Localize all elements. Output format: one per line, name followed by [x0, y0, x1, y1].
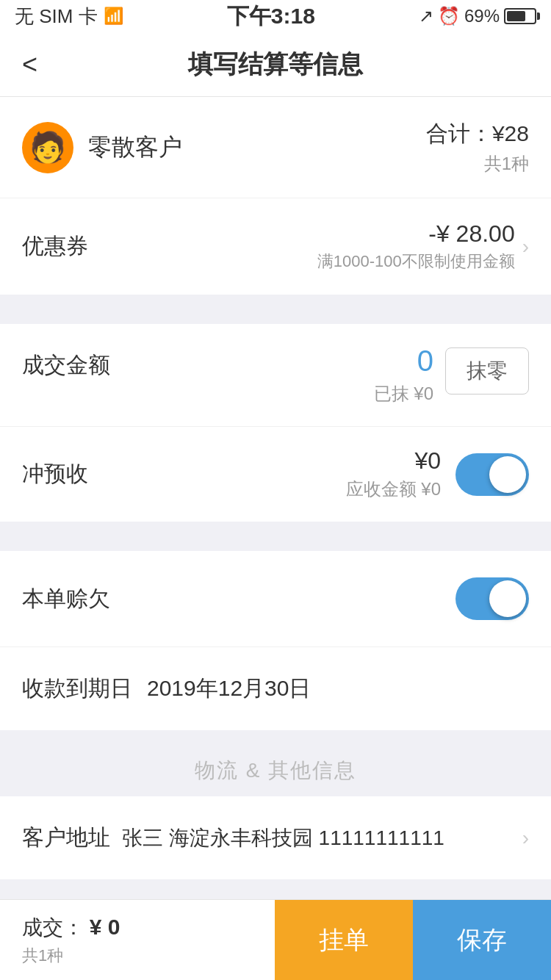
divider-2: [0, 536, 551, 551]
customer-right: 合计：¥28 共1种: [426, 119, 529, 176]
address-row[interactable]: 客户地址 张三 海淀永丰科技园 11111111111 ›: [0, 796, 551, 879]
back-button[interactable]: <: [22, 49, 37, 80]
status-bar: 无 SIM 卡 📶 下午3:18 ↗ ⏰ 69%: [0, 0, 551, 32]
avatar-icon: 🧑: [29, 130, 66, 165]
debt-row: 本单赊欠: [0, 551, 551, 646]
avatar: 🧑: [22, 122, 73, 173]
carrier-text: 无 SIM 卡: [15, 4, 98, 29]
round-button[interactable]: 抹零: [445, 347, 529, 394]
coupon-right: -¥ 28.00 满1000-100不限制使用金额 ›: [317, 220, 529, 273]
advance-row: 冲预收 ¥0 应收金额 ¥0: [0, 426, 551, 522]
logistics-label: 物流 & 其他信息: [195, 757, 356, 785]
transaction-value-group: 0 已抹 ¥0: [374, 345, 433, 406]
customer-left: 🧑 零散客户: [22, 122, 182, 173]
customer-count: 共1种: [426, 152, 529, 176]
coupon-row[interactable]: 优惠券 -¥ 28.00 满1000-100不限制使用金额 ›: [0, 198, 551, 295]
coupon-label: 优惠券: [22, 231, 88, 262]
bottom-deal-row: 成交： ¥ 0: [22, 914, 253, 942]
main-content: 🧑 零散客户 合计：¥28 共1种 优惠券 -¥ 28.00 满1000-100…: [0, 97, 551, 980]
bottom-info: 成交： ¥ 0 共1种: [0, 914, 275, 967]
transaction-sub: 已抹 ¥0: [374, 382, 433, 406]
customer-section: 🧑 零散客户 合计：¥28 共1种 优惠券 -¥ 28.00 满1000-100…: [0, 97, 551, 295]
due-date-label: 收款到期日: [22, 674, 132, 704]
transaction-section: 成交金额 0 已抹 ¥0 抹零 冲预收 ¥0 应收金额 ¥0: [0, 324, 551, 522]
advance-amount: ¥0: [346, 447, 441, 475]
advance-right: ¥0 应收金额 ¥0: [346, 447, 529, 501]
debt-label: 本单赊欠: [22, 584, 110, 614]
battery-percent: 69%: [464, 6, 500, 26]
coupon-discount: -¥ 28.00: [317, 220, 515, 248]
bottom-deal-amount: ¥ 0: [90, 915, 120, 939]
status-right: ↗ ⏰ 69%: [419, 6, 536, 26]
toggle-knob: [489, 456, 526, 493]
coupon-chevron-icon: ›: [522, 235, 529, 259]
alarm-icon: ⏰: [438, 6, 460, 26]
debt-section: 本单赊欠 收款到期日 2019年12月30日: [0, 551, 551, 730]
logistics-divider: 物流 & 其他信息: [0, 745, 551, 796]
page-title: 填写结算等信息: [188, 48, 363, 82]
status-left: 无 SIM 卡 📶: [15, 4, 123, 29]
transaction-value: 0: [374, 345, 433, 378]
wifi-icon: 📶: [104, 7, 123, 26]
save-button[interactable]: 保存: [413, 900, 551, 981]
address-section: 客户地址 张三 海淀永丰科技园 11111111111 ›: [0, 796, 551, 879]
due-date-value: 2019年12月30日: [147, 674, 311, 704]
address-value: 张三 海淀永丰科技园 11111111111: [110, 824, 522, 852]
bottom-deal-label: 成交：: [22, 916, 84, 939]
advance-receivable: 应收金额 ¥0: [346, 478, 441, 501]
status-time: 下午3:18: [227, 1, 315, 32]
debt-toggle-knob: [489, 580, 526, 617]
transaction-right: 0 已抹 ¥0 抹零: [374, 345, 529, 406]
nav-bar: < 填写结算等信息: [0, 32, 551, 97]
transaction-row: 成交金额 0 已抹 ¥0 抹零: [0, 324, 551, 426]
advance-toggle[interactable]: [455, 453, 529, 496]
divider-1: [0, 309, 551, 324]
coupon-right-inner: -¥ 28.00 满1000-100不限制使用金额: [317, 220, 515, 273]
hang-button[interactable]: 挂单: [275, 900, 413, 981]
advance-value-group: ¥0 应收金额 ¥0: [346, 447, 441, 501]
customer-name: 零散客户: [88, 131, 182, 164]
bottom-count: 共1种: [22, 945, 253, 967]
debt-toggle[interactable]: [455, 577, 529, 620]
transaction-label: 成交金额: [22, 345, 110, 381]
advance-label: 冲预收: [22, 459, 88, 489]
address-label: 客户地址: [22, 823, 110, 853]
address-chevron-icon: ›: [522, 826, 529, 850]
due-date-row: 收款到期日 2019年12月30日: [0, 646, 551, 730]
customer-total: 合计：¥28: [426, 119, 529, 149]
location-icon: ↗: [419, 6, 433, 26]
coupon-desc: 满1000-100不限制使用金额: [317, 251, 515, 273]
battery-icon: [504, 8, 536, 24]
bottom-bar: 成交： ¥ 0 共1种 挂单 保存: [0, 899, 551, 980]
customer-row: 🧑 零散客户 合计：¥28 共1种: [0, 97, 551, 198]
